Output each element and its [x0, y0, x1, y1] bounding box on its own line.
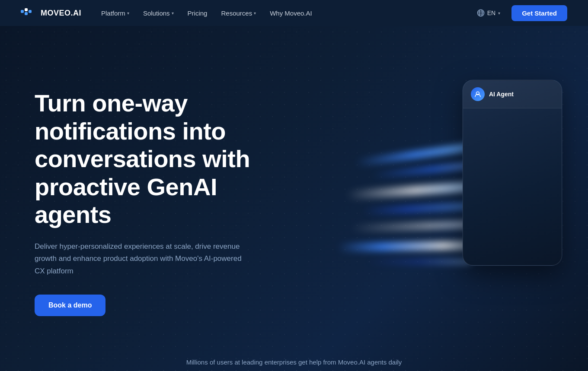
chevron-down-icon: ▾	[498, 11, 500, 16]
globe-icon	[477, 9, 485, 17]
streak-4	[363, 202, 476, 215]
logo-text: MOVEO.AI	[41, 9, 81, 18]
book-demo-button[interactable]: Book a demo	[35, 295, 105, 316]
svg-rect-2	[29, 10, 32, 13]
get-started-button[interactable]: Get Started	[511, 5, 567, 21]
chevron-down-icon: ▾	[254, 11, 256, 16]
agent-label: AI Agent	[489, 91, 514, 98]
nav-link-pricing[interactable]: Pricing	[182, 6, 214, 20]
bottom-tagline: Millions of users at leading enterprises…	[0, 358, 588, 366]
streak-5	[350, 220, 480, 232]
chevron-down-icon: ▾	[127, 11, 129, 16]
chevron-down-icon: ▾	[172, 11, 174, 16]
agent-header: AI Agent	[463, 80, 562, 108]
nav-links: Platform ▾ Solutions ▾ Pricing Resources…	[95, 6, 318, 20]
hero-content: Turn one-way notifications into conversa…	[0, 81, 294, 316]
navigation: MOVEO.AI Platform ▾ Solutions ▾ Pricing …	[0, 0, 588, 26]
language-selector[interactable]: EN ▾	[473, 6, 505, 19]
svg-rect-3	[25, 12, 28, 15]
phone-mockup: AI Agent	[463, 80, 562, 266]
agent-avatar	[471, 87, 485, 101]
nav-link-why[interactable]: Why Moveo.AI	[264, 6, 318, 20]
language-label: EN	[487, 10, 495, 16]
svg-rect-1	[25, 8, 28, 11]
nav-link-resources[interactable]: Resources ▾	[215, 6, 262, 20]
hero-title: Turn one-way notifications into conversa…	[35, 89, 294, 228]
hero-visual: AI Agent	[398, 80, 562, 296]
logo[interactable]: MOVEO.AI	[21, 8, 81, 18]
streak-7	[368, 259, 471, 264]
nav-right: EN ▾ Get Started	[473, 5, 567, 21]
hero-section: Turn one-way notifications into conversa…	[0, 26, 588, 371]
hero-subtitle: Deliver hyper-personalized experiences a…	[35, 241, 251, 277]
svg-rect-0	[21, 10, 24, 13]
logo-icon	[21, 8, 37, 18]
nav-link-platform[interactable]: Platform ▾	[95, 6, 135, 20]
nav-link-solutions[interactable]: Solutions ▾	[137, 6, 180, 20]
nav-left: MOVEO.AI Platform ▾ Solutions ▾ Pricing …	[21, 6, 318, 20]
